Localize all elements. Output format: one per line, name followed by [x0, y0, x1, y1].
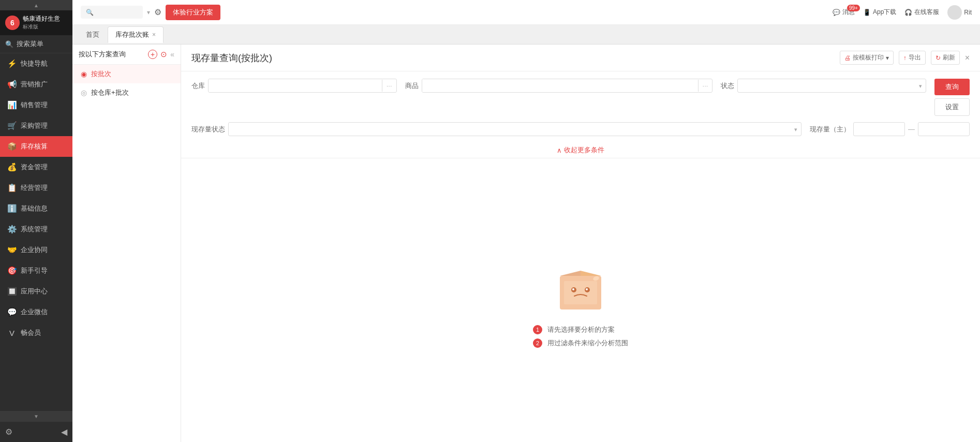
sidebar-nav: ⚡ 快捷导航 📢 营销推广 📊 销售管理 🛒 采购管理 📦 库存核算 💰 资金管…	[0, 53, 72, 411]
product-input[interactable]	[422, 79, 698, 92]
left-panel: 按以下方案查询 + ⊙ « ◉ 按批次 ◎ 按仓库+批次	[72, 45, 181, 442]
sidebar-item-system[interactable]: ⚙️ 系统管理	[0, 219, 72, 240]
topbar-search-box[interactable]: 🔍	[81, 6, 143, 19]
sidebar-item-purchase[interactable]: 🛒 采购管理	[0, 115, 72, 136]
sidebar-item-quick-nav[interactable]: ⚡ 快捷导航	[0, 53, 72, 74]
instruction-2-text: 用过滤条件来缩小分析范围	[547, 338, 628, 348]
warehouse-filter-group: 仓库 ···	[191, 79, 397, 93]
quantity-max-input[interactable]	[918, 122, 970, 136]
sidebar-item-vip[interactable]: V 畅会员	[0, 322, 72, 343]
system-icon: ⚙️	[7, 225, 17, 234]
sidebar-item-label: 经营管理	[21, 183, 48, 193]
topbar-gear-icon[interactable]: ⚙	[154, 7, 161, 17]
sidebar-item-finance[interactable]: 💰 资金管理	[0, 157, 72, 178]
main-area: 🔍 ▾ ⚙ 体验行业方案 💬 消息 99+ 📱 App下载 🎧 在线客服	[72, 0, 980, 442]
phone-icon: 📱	[863, 9, 871, 16]
messages-btn[interactable]: 💬 消息 99+	[833, 8, 855, 17]
instruction-1-text: 请先选择要分析的方案	[547, 325, 615, 334]
sidebar-item-label: 企业微信	[21, 307, 48, 317]
finance-icon: 💰	[7, 163, 17, 172]
tab-home[interactable]: 首页	[79, 27, 107, 42]
quantity-min-input[interactable]	[853, 122, 905, 136]
quick-nav-icon: ⚡	[7, 59, 17, 68]
sidebar-collapse-icon[interactable]: ◀	[61, 427, 67, 437]
step-2-num: 2	[533, 338, 542, 348]
sidebar-item-sales[interactable]: 📊 销售管理	[0, 95, 72, 115]
status-filter-group: 状态 ▾	[721, 79, 926, 93]
collapse-filters-btn[interactable]: ∧ 收起更多条件	[181, 142, 980, 158]
experience-btn[interactable]: 体验行业方案	[166, 5, 220, 20]
user-profile-btn[interactable]: Rit	[947, 5, 972, 20]
sidebar-item-inventory[interactable]: 📦 库存核算	[0, 136, 72, 157]
refresh-icon: ↻	[936, 54, 941, 62]
newbie-icon: 🎯	[7, 266, 17, 275]
filter-buttons-group: 查询 设置	[934, 79, 970, 116]
refresh-btn[interactable]: ↻ 刷新	[931, 51, 960, 65]
sidebar-item-basic-info[interactable]: ℹ️ 基础信息	[0, 198, 72, 219]
settings-footer-icon[interactable]: ⚙	[5, 427, 12, 437]
product-filter-group: 商品 ···	[405, 79, 713, 93]
online-service-btn[interactable]: 🎧 在线客服	[904, 8, 939, 17]
right-content: 现存量查询(按批次) 🖨 按模板打印 ▾ ↑ 导出 ↻ 刷新	[181, 45, 980, 442]
message-badge: 99+	[847, 5, 860, 11]
scheme-settings-icon[interactable]: ⊙	[160, 50, 167, 59]
sidebar-item-newbie[interactable]: 🎯 新手引导	[0, 260, 72, 281]
sidebar-scroll-up[interactable]: ▲	[0, 0, 72, 10]
basic-info-icon: ℹ️	[7, 204, 17, 213]
sidebar-item-label: 采购管理	[21, 121, 48, 130]
empty-instructions: 1 请先选择要分析的方案 2 用过滤条件来缩小分析范围	[533, 325, 628, 348]
page-header: 现存量查询(按批次) 🖨 按模板打印 ▾ ↑ 导出 ↻ 刷新	[181, 45, 980, 71]
dropdown-arrow-icon[interactable]: ▾	[147, 9, 150, 16]
sidebar-item-label: 快捷导航	[21, 59, 48, 68]
topbar-search-icon: 🔍	[86, 9, 94, 16]
scheme-item-by-batch[interactable]: ◉ 按批次	[72, 65, 181, 83]
product-more-btn[interactable]: ···	[698, 80, 712, 92]
sidebar-item-label: 资金管理	[21, 163, 48, 172]
app-center-icon: 🔲	[7, 287, 17, 296]
topbar: 🔍 ▾ ⚙ 体验行业方案 💬 消息 99+ 📱 App下载 🎧 在线客服	[72, 0, 980, 25]
message-icon: 💬	[833, 9, 840, 16]
inventory-icon: 📦	[7, 142, 17, 151]
sidebar-header: 6 畅康通好生意 标准版	[0, 10, 72, 35]
active-scheme-icon: ◉	[81, 70, 87, 78]
sales-icon: 📊	[7, 100, 17, 110]
close-content-btn[interactable]: ×	[965, 53, 970, 63]
sidebar-item-app-center[interactable]: 🔲 应用中心	[0, 281, 72, 302]
sidebar-item-wechat[interactable]: 💬 企业微信	[0, 302, 72, 322]
warehouse-more-btn[interactable]: ···	[382, 80, 396, 92]
query-btn[interactable]: 查询	[934, 79, 970, 95]
app-download-btn[interactable]: 📱 App下载	[863, 8, 896, 17]
headset-icon: 🎧	[904, 9, 912, 16]
status-select[interactable]	[737, 79, 926, 93]
sidebar-scroll-down[interactable]: ▼	[0, 411, 72, 421]
stock-status-select[interactable]	[228, 122, 801, 136]
sidebar-item-marketing[interactable]: 📢 营销推广	[0, 74, 72, 95]
sidebar-search[interactable]: 🔍 搜索菜单	[0, 35, 72, 53]
tab-batch-account[interactable]: 库存批次账 ×	[108, 26, 164, 43]
print-expand-icon[interactable]: ▾	[886, 54, 889, 62]
warehouse-input[interactable]	[209, 79, 382, 92]
empty-illustration	[544, 253, 617, 315]
settings-btn[interactable]: 设置	[934, 98, 970, 116]
step-1-num: 1	[533, 325, 542, 334]
export-btn[interactable]: ↑ 导出	[899, 51, 926, 65]
sidebar-item-enterprise[interactable]: 🤝 企业协同	[0, 240, 72, 260]
sidebar: ▲ 6 畅康通好生意 标准版 🔍 搜索菜单 ⚡ 快捷导航 📢 营销推广 📊 销售…	[0, 0, 72, 442]
content-area: 按以下方案查询 + ⊙ « ◉ 按批次 ◎ 按仓库+批次 现存量查询(按批次)	[72, 45, 980, 442]
add-scheme-icon[interactable]: +	[148, 50, 157, 59]
status-label: 状态	[721, 81, 734, 91]
print-template-btn[interactable]: 🖨 按模板打印 ▾	[840, 51, 894, 65]
collapse-left-panel-icon[interactable]: «	[170, 50, 174, 58]
sidebar-item-label: 应用中心	[21, 287, 48, 296]
app-name: 畅康通好生意	[23, 15, 60, 23]
marketing-icon: 📢	[7, 80, 17, 89]
scheme-item-by-warehouse-batch[interactable]: ◎ 按仓库+批次	[72, 83, 181, 102]
svg-rect-1	[564, 281, 597, 304]
avatar	[947, 5, 962, 20]
sidebar-item-operations[interactable]: 📋 经营管理	[0, 178, 72, 198]
warehouse-label: 仓库	[191, 81, 205, 91]
left-panel-title: 按以下方案查询	[79, 50, 126, 59]
wechat-icon: 💬	[7, 307, 17, 317]
search-icon: 🔍	[5, 40, 13, 48]
tab-close-icon[interactable]: ×	[152, 31, 156, 38]
